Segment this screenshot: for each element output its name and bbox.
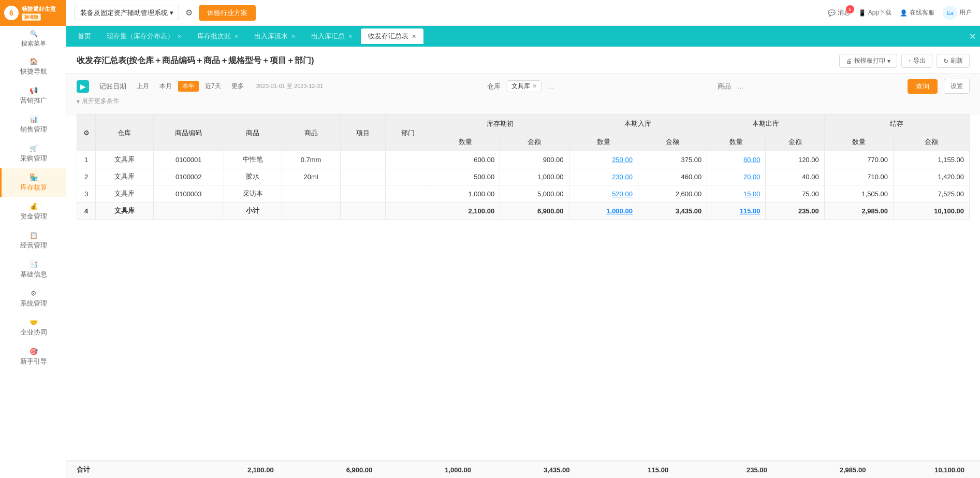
date-btn-this-month[interactable]: 本月 (155, 81, 176, 92)
marketing-icon: 📢 (30, 86, 38, 94)
tab-label: 现存量（库存分布表） (107, 32, 174, 41)
row-init-amt: 900.00 (500, 151, 569, 168)
sidebar-item-label: 采购管理 (20, 154, 47, 163)
row-project (340, 151, 386, 168)
date-btn-this-year[interactable]: 本年 (178, 81, 199, 92)
tab-recv-send-summary[interactable]: 收发存汇总表 ✕ (361, 28, 423, 44)
trial-button[interactable]: 体验行业方案 (199, 5, 256, 21)
row-bal-qty: 770.00 (824, 151, 893, 168)
sidebar-item-label: 资金管理 (20, 212, 47, 221)
subtotal-in-link[interactable]: 1,000.00 (606, 207, 633, 215)
newbie-icon: 🎯 (30, 347, 38, 355)
footer-out-qty: 115.00 (575, 466, 674, 474)
th-name1: 商品 (224, 115, 282, 151)
row-bal-qty: 710.00 (824, 168, 893, 185)
tab-close-icon[interactable]: ✕ (412, 33, 416, 40)
row-warehouse: 文具库 (96, 185, 154, 202)
row-dept (386, 168, 431, 185)
sidebar-item-quicknav[interactable]: 🏠 快捷导航 (0, 52, 66, 81)
sidebar-item-marketing[interactable]: 📢 营销推广 (0, 81, 66, 110)
row-out-qty[interactable]: 15.00 (707, 185, 766, 202)
tab-close-icon[interactable]: ✕ (291, 33, 296, 40)
out-qty-link[interactable]: 20.00 (743, 173, 760, 181)
filter-bar: ▶ 记账日期 上月 本月 本年 近7天 更多 2023-01-01 至 2023… (66, 74, 980, 114)
date-btn-last-month[interactable]: 上月 (133, 81, 153, 92)
service-label: 在线客服 (910, 8, 934, 17)
app-download-button[interactable]: 📱 App下载 (858, 8, 891, 17)
msg-button[interactable]: 💬 消息 6 (828, 8, 850, 17)
system-icon: ⚙ (31, 289, 37, 297)
sidebar-item-operations[interactable]: 📋 经营管理 (0, 226, 66, 255)
warehouse-tag-close[interactable]: ✕ (532, 83, 537, 90)
sidebar-item-sales[interactable]: 📊 销售管理 (0, 110, 66, 139)
th-warehouse: 仓库 (96, 115, 154, 151)
close-all-tabs-button[interactable]: ✕ (969, 32, 976, 41)
out-qty-link[interactable]: 80.00 (743, 156, 760, 164)
query-button[interactable]: 查询 (908, 79, 938, 94)
settings-button[interactable]: 设置 (944, 79, 970, 94)
sidebar-item-purchase[interactable]: 🛒 采购管理 (0, 139, 66, 168)
in-qty-link[interactable]: 520.00 (612, 190, 633, 198)
row-out-qty[interactable]: 20.00 (707, 168, 766, 185)
table-footer: 合计 2,100.00 6,900.00 1,000.00 3,435.00 1… (66, 460, 980, 478)
row-in-qty[interactable]: 520.00 (569, 185, 638, 202)
page-header-row: 收发存汇总表(按仓库＋商品编码＋商品＋规格型号＋项目＋部门) 🖨 按模板打印 ▾… (77, 54, 970, 68)
filter-toggle[interactable]: ▶ (77, 80, 89, 93)
tab-close-icon[interactable]: ✕ (177, 33, 182, 40)
row-out-qty[interactable]: 80.00 (707, 151, 766, 168)
online-service-button[interactable]: 👤 在线客服 (900, 8, 934, 17)
in-qty-link[interactable]: 230.00 (612, 173, 633, 181)
date-btn-7days[interactable]: 近7天 (201, 81, 225, 92)
row-in-qty[interactable]: 230.00 (569, 168, 638, 185)
sidebar-item-inventory[interactable]: 🏪 库存核算 (0, 168, 66, 197)
sidebar-item-search[interactable]: 🔍 搜索菜单 (0, 26, 66, 52)
tab-home[interactable]: 首页 (70, 28, 98, 44)
system-selector[interactable]: 装备及固定资产辅助管理系统 ▾ (75, 6, 179, 20)
sidebar-item-finance[interactable]: 💰 资金管理 (0, 197, 66, 226)
sidebar-item-label: 企业协同 (20, 328, 47, 337)
subtotal-out-qty[interactable]: 115.00 (707, 202, 766, 220)
tab-close-icon[interactable]: ✕ (234, 33, 239, 40)
expand-more-toggle[interactable]: ▾ 展开更多条件 (77, 94, 970, 109)
row-in-amt: 2,600.00 (638, 185, 707, 202)
warehouse-more[interactable]: … (548, 83, 554, 90)
tab-inout-summary[interactable]: 出入库汇总 ✕ (304, 28, 360, 44)
subtotal-out-link[interactable]: 115.00 (740, 207, 760, 215)
sidebar-item-system[interactable]: ⚙ 系统管理 (0, 284, 66, 313)
sidebar-item-label: 快捷导航 (20, 67, 47, 76)
tab-batch[interactable]: 库存批次账 ✕ (190, 28, 246, 44)
topbar-right: 💬 消息 6 📱 App下载 👤 在线客服 Ea 用户 (828, 6, 972, 20)
print-button[interactable]: 🖨 按模板打印 ▾ (839, 54, 897, 68)
footer-bal-amt: 10,100.00 (871, 466, 970, 474)
in-qty-link[interactable]: 250.00 (612, 156, 633, 164)
sidebar-item-basic[interactable]: 📑 基础信息 (0, 255, 66, 284)
tab-label: 出入库汇总 (311, 32, 345, 41)
user-menu[interactable]: Ea 用户 (943, 6, 972, 20)
row-init-qty: 500.00 (431, 168, 500, 185)
tab-flow[interactable]: 出入库流水 ✕ (247, 28, 303, 44)
export-button[interactable]: ↑ 导出 (901, 54, 932, 68)
tab-label: 库存批次账 (197, 32, 231, 41)
th-code: 商品编码 (153, 115, 224, 151)
expand-label: 展开更多条件 (82, 97, 119, 106)
footer-bal-qty: 2,985.00 (772, 466, 871, 474)
refresh-button[interactable]: ↻ 刷新 (937, 54, 970, 68)
gear-icon[interactable]: ⚙ (185, 8, 193, 18)
logo-tag: 标准版 (22, 13, 56, 21)
sidebar-logo: 6 畅捷通好生意 标准版 (0, 0, 66, 26)
subtotal-in-qty[interactable]: 1,000.00 (569, 202, 638, 220)
row-in-qty[interactable]: 250.00 (569, 151, 638, 168)
print-icon: 🖨 (846, 57, 852, 65)
row-num: 3 (77, 185, 96, 202)
filter-row-1: ▶ 记账日期 上月 本月 本年 近7天 更多 2023-01-01 至 2023… (77, 79, 970, 94)
th-setting[interactable]: ⚙ (77, 115, 96, 151)
out-qty-link[interactable]: 15.00 (743, 190, 760, 198)
sidebar-item-newbie[interactable]: 🎯 新手引导 (0, 342, 66, 371)
date-btn-more[interactable]: 更多 (227, 81, 248, 92)
tab-stock-dist[interactable]: 现存量（库存分布表） ✕ (99, 28, 189, 44)
goods-more[interactable]: … (737, 83, 743, 90)
tab-close-icon[interactable]: ✕ (348, 33, 353, 40)
date-filter-label: 记账日期 (99, 82, 126, 91)
row-init-amt: 5,000.00 (500, 185, 569, 202)
sidebar-item-enterprise[interactable]: 🤝 企业协同 (0, 313, 66, 342)
